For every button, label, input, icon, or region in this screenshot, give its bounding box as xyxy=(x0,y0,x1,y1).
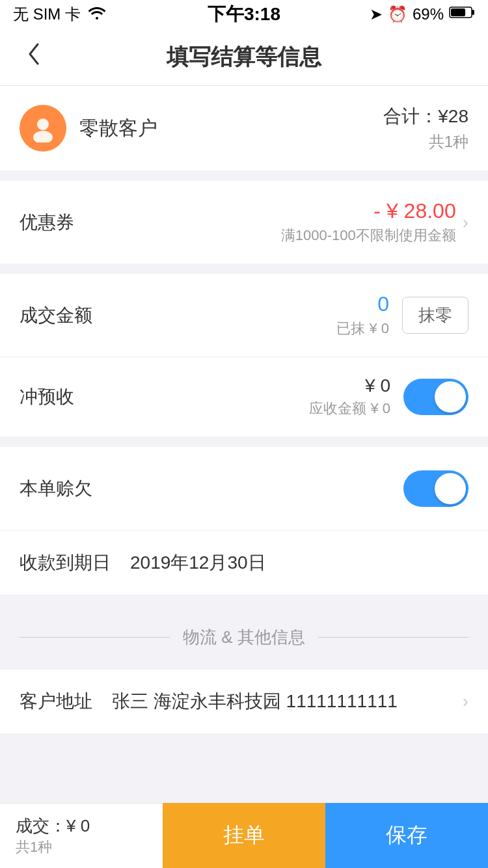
coupon-discount: - ¥ 28.00 xyxy=(281,199,456,223)
address-label: 客户地址 xyxy=(20,689,92,714)
battery-percent: 69% xyxy=(413,5,444,23)
precollect-row: 冲预收 ¥ 0 应收金额 ¥ 0 xyxy=(0,357,488,437)
debt-toggle[interactable] xyxy=(403,470,468,507)
logistics-label: 物流 & 其他信息 xyxy=(183,626,305,649)
divider-line-right xyxy=(318,637,468,638)
coupon-section: 优惠券 - ¥ 28.00 满1000-100不限制使用金额 › xyxy=(0,181,488,264)
customer-row: 零散客户 合计：¥28 共1种 xyxy=(0,86,488,170)
precollect-toggle[interactable] xyxy=(403,379,468,415)
svg-rect-1 xyxy=(472,10,474,15)
deal-section: 成交金额 0 已抹 ¥ 0 抹零 冲预收 ¥ 0 应收金额 ¥ 0 xyxy=(0,274,488,437)
address-value: 张三 海淀永丰科技园 11111111111 xyxy=(112,689,463,714)
deal-value: 0 xyxy=(336,292,389,316)
deal-sub: 已抹 ¥ 0 xyxy=(336,319,389,338)
customer-left: 零散客户 xyxy=(20,105,157,152)
debt-row: 本单赊欠 xyxy=(0,447,488,530)
precollect-label: 冲预收 xyxy=(20,385,74,409)
nav-bar: 填写结算等信息 xyxy=(0,29,488,86)
bottom-bar: 成交：¥ 0 共1种 挂单 保存 xyxy=(0,803,488,868)
debt-toggle-knob xyxy=(435,473,466,504)
svg-point-4 xyxy=(33,131,53,142)
precollect-value: ¥ 0 xyxy=(309,375,390,396)
location-icon: ➤ xyxy=(370,5,383,23)
bottom-deal-value: ¥ 0 xyxy=(66,816,90,835)
debt-label: 本单赊欠 xyxy=(20,476,92,501)
toggle-knob xyxy=(435,381,466,413)
status-right: ➤ ⏰ 69% xyxy=(370,5,475,23)
hang-button[interactable]: 挂单 xyxy=(163,803,325,868)
status-bar: 无 SIM 卡 下午3:18 ➤ ⏰ 69% xyxy=(0,0,488,29)
coupon-info: - ¥ 28.00 满1000-100不限制使用金额 xyxy=(281,199,456,245)
wifi-icon xyxy=(87,5,107,23)
duedate-row: 收款到期日 2019年12月30日 xyxy=(0,530,488,595)
deal-value-block: 0 已抹 ¥ 0 xyxy=(336,292,389,338)
coupon-chevron: › xyxy=(463,212,468,233)
bottom-deal-label: 成交： xyxy=(16,816,66,835)
coupon-desc: 满1000-100不限制使用金额 xyxy=(281,226,456,245)
status-left: 无 SIM 卡 xyxy=(13,4,107,25)
address-row[interactable]: 客户地址 张三 海淀永丰科技园 11111111111 › xyxy=(0,670,488,733)
precollect-sub: 应收金额 ¥ 0 xyxy=(309,399,390,418)
deal-label: 成交金额 xyxy=(20,303,92,328)
sim-status: 无 SIM 卡 xyxy=(13,4,81,25)
deal-right: 0 已抹 ¥ 0 抹零 xyxy=(336,292,468,338)
address-chevron: › xyxy=(463,691,468,712)
duedate-label: 收款到期日 xyxy=(20,550,111,575)
svg-point-3 xyxy=(37,118,49,130)
precollect-right: ¥ 0 应收金额 ¥ 0 xyxy=(309,375,468,418)
customer-total: 合计：¥28 xyxy=(383,104,468,129)
logistics-divider-section: 物流 & 其他信息 xyxy=(0,605,488,670)
status-time: 下午3:18 xyxy=(208,2,280,27)
precollect-value-block: ¥ 0 应收金额 ¥ 0 xyxy=(309,375,390,418)
coupon-row[interactable]: 优惠券 - ¥ 28.00 满1000-100不限制使用金额 › xyxy=(0,181,488,264)
save-button[interactable]: 保存 xyxy=(325,803,488,868)
avatar xyxy=(20,105,66,152)
battery-icon xyxy=(449,5,475,23)
address-section: 客户地址 张三 海淀永丰科技园 11111111111 › xyxy=(0,670,488,733)
duedate-value: 2019年12月30日 xyxy=(130,550,266,575)
divider-line-left xyxy=(20,637,170,638)
bottom-count: 共1种 xyxy=(16,837,147,857)
customer-section: 零散客户 合计：¥28 共1种 xyxy=(0,86,488,170)
back-button[interactable] xyxy=(20,34,48,79)
customer-count: 共1种 xyxy=(383,131,468,152)
coupon-right: - ¥ 28.00 满1000-100不限制使用金额 › xyxy=(281,199,468,245)
alarm-icon: ⏰ xyxy=(388,5,407,23)
deal-row: 成交金额 0 已抹 ¥ 0 抹零 xyxy=(0,274,488,357)
customer-right: 合计：¥28 共1种 xyxy=(383,104,468,152)
logistics-divider: 物流 & 其他信息 xyxy=(0,610,488,664)
svg-rect-2 xyxy=(451,8,465,16)
debt-section: 本单赊欠 收款到期日 2019年12月30日 xyxy=(0,447,488,595)
bottom-info: 成交：¥ 0 共1种 xyxy=(0,803,163,868)
bottom-deal-line: 成交：¥ 0 xyxy=(16,815,147,837)
coupon-label: 优惠券 xyxy=(20,210,74,235)
round-zero-button[interactable]: 抹零 xyxy=(402,297,468,334)
page-title: 填写结算等信息 xyxy=(167,42,321,72)
customer-name: 零散客户 xyxy=(79,115,157,142)
